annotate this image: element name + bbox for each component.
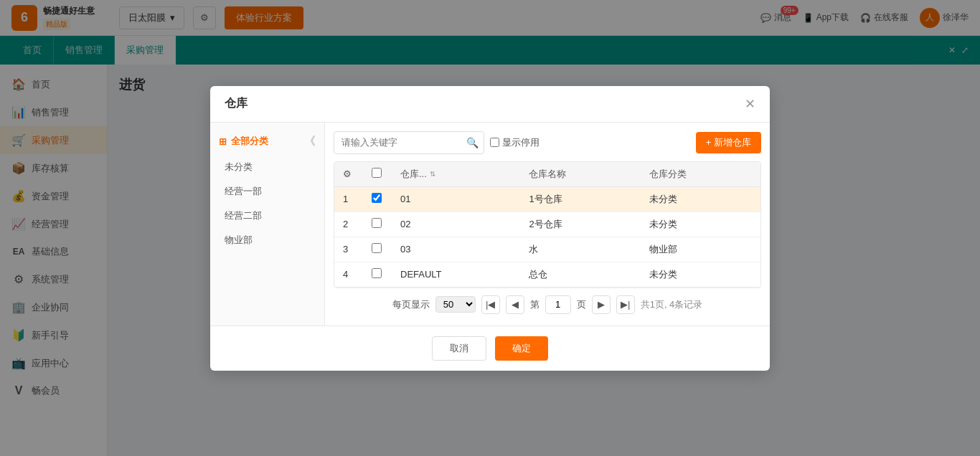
page-unit: 页 [577,298,586,311]
category-item-dept2[interactable]: 经营二部 [210,204,324,228]
page-size-label: 每页显示 [392,298,430,311]
col-name: 仓库名称 [520,162,640,187]
col-code-label: 仓库... [400,168,427,181]
category-item-dept1[interactable]: 经营一部 [210,179,324,204]
pagination: 每页显示 50 10 20 100 |◀ ◀ 第 页 ▶ ▶| 共1页, 4条记… [334,288,761,317]
search-input[interactable] [334,131,484,154]
next-page-button[interactable]: ▶ [592,295,611,314]
row-code: 02 [392,212,520,237]
col-category-label: 仓库分类 [649,168,687,181]
prev-page-button[interactable]: ◀ [506,295,524,314]
total-info: 共1页, 4条记录 [641,298,703,311]
table-row[interactable]: 4 DEFAULT 总仓 未分类 [334,262,760,287]
search-icon: 🔍 [466,137,479,148]
collapse-icon[interactable]: 《 [304,134,316,149]
col-checkbox [363,162,392,187]
category-item-unclassified[interactable]: 未分类 [210,155,324,179]
sort-icon-code: ⇅ [430,170,435,178]
category-item-property[interactable]: 物业部 [210,228,324,252]
col-code: 仓库... ⇅ [392,162,520,187]
first-page-button[interactable]: |◀ [481,295,500,314]
row-num: 4 [334,262,363,287]
row-checkbox[interactable] [372,268,382,278]
row-code: 01 [392,186,520,212]
row-num: 3 [334,237,363,262]
row-code: 03 [392,237,520,262]
dialog-footer: 取消 确定 [210,326,770,371]
row-checkbox[interactable] [372,218,382,228]
search-wrapper: 🔍 [334,131,484,154]
row-checkbox-cell[interactable] [363,186,392,212]
select-all-checkbox[interactable] [372,168,382,178]
row-code: DEFAULT [392,262,520,287]
confirm-button[interactable]: 确定 [495,336,548,361]
category-title: ⊞ 全部分类 [219,135,268,148]
dialog-body: ⊞ 全部分类 《 未分类 经营一部 经营二部 物业部 🔍 [210,123,770,326]
col-name-label: 仓库名称 [529,168,566,181]
col-settings: ⚙ [334,162,363,187]
page-number-input[interactable] [545,295,571,314]
row-category: 未分类 [641,186,760,212]
grid-dots-icon: ⊞ [219,136,227,147]
row-checkbox-cell[interactable] [363,237,392,262]
table-toolbar: 🔍 显示停用 + 新增仓库 [334,131,761,154]
row-num: 2 [334,212,363,237]
show-disabled-check[interactable] [490,138,499,147]
category-title-label: 全部分类 [231,135,268,148]
row-checkbox[interactable] [372,193,382,203]
category-sidebar: ⊞ 全部分类 《 未分类 经营一部 经营二部 物业部 [210,123,325,326]
table-row[interactable]: 2 02 2号仓库 未分类 [334,212,760,237]
dialog-header: 仓库 ✕ [210,86,770,123]
row-checkbox-cell[interactable] [363,212,392,237]
category-header: ⊞ 全部分类 《 [210,128,324,155]
show-disabled-checkbox[interactable]: 显示停用 [490,136,540,149]
add-warehouse-button[interactable]: + 新增仓库 [696,132,761,153]
row-name: 水 [520,237,640,262]
show-disabled-label: 显示停用 [502,136,540,149]
row-category: 未分类 [641,262,760,287]
table-row[interactable]: 1 01 1号仓库 未分类 [334,186,760,212]
page-size-select[interactable]: 50 10 20 100 [435,296,476,313]
table-area: 🔍 显示停用 + 新增仓库 ⚙ [325,123,770,326]
warehouse-table: ⚙ 仓库... ⇅ 仓库名称 [334,161,761,288]
row-category: 物业部 [641,237,760,262]
row-checkbox-cell[interactable] [363,262,392,287]
row-name: 总仓 [520,262,640,287]
row-category: 未分类 [641,212,760,237]
cancel-button[interactable]: 取消 [432,336,486,361]
table-header-row: ⚙ 仓库... ⇅ 仓库名称 [334,162,760,187]
table-row[interactable]: 3 03 水 物业部 [334,237,760,262]
dialog-close-button[interactable]: ✕ [745,96,755,112]
warehouse-dialog: 仓库 ✕ ⊞ 全部分类 《 未分类 经营一部 经营二部 物业部 [210,86,770,371]
col-category: 仓库分类 [641,162,760,187]
row-name: 2号仓库 [520,212,640,237]
row-num: 1 [334,186,363,212]
dialog-title: 仓库 [225,96,248,111]
row-checkbox[interactable] [372,243,382,253]
modal-overlay: 仓库 ✕ ⊞ 全部分类 《 未分类 经营一部 经营二部 物业部 [0,0,980,456]
row-name: 1号仓库 [520,186,640,212]
page-label: 第 [530,298,540,311]
last-page-button[interactable]: ▶| [616,295,635,314]
